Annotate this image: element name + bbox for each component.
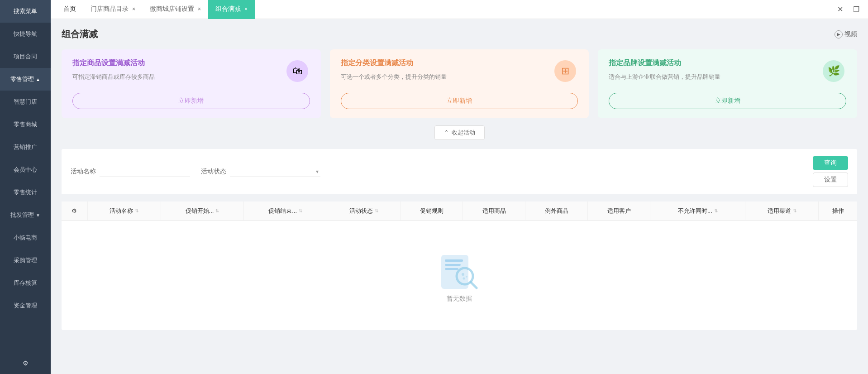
col-promo-rule: 促销规则 bbox=[401, 201, 463, 221]
filter-row: 活动名称 活动状态 进行中 已结束 未开始 ▾ 查询 设置 bbox=[62, 149, 857, 194]
main-area: 首页 门店商品目录 × 微商城店铺设置 × 组合满减 × ✕ ❐ 组合满减 ▶ … bbox=[51, 0, 868, 374]
card-desc-category: 可选一个或者多个分类，提升分类的销量 bbox=[341, 72, 578, 82]
tab-home[interactable]: 首页 bbox=[56, 0, 83, 19]
sort-icon: ⇅ bbox=[215, 208, 219, 213]
tab-wechat-shop[interactable]: 微商城店铺设置 × bbox=[143, 0, 208, 19]
sidebar-item-wholesale[interactable]: 批发管理 ▼ bbox=[0, 204, 51, 226]
card-icon-category: ⊞ bbox=[554, 60, 576, 82]
card-icon-brand: 🌿 bbox=[823, 60, 844, 82]
tab-close-icon[interactable]: × bbox=[244, 6, 248, 12]
card-desc-brand: 适合与上游企业联合做营销，提升品牌销量 bbox=[609, 72, 846, 82]
table-header: ⚙ 活动名称 ⇅ 促销开始... ⇅ bbox=[62, 201, 857, 221]
col-applicable-channel[interactable]: 适用渠道 ⇅ bbox=[745, 201, 819, 221]
card-desc-product: 可指定滞销商品或库存较多商品 bbox=[72, 72, 310, 82]
svg-line-5 bbox=[471, 282, 477, 288]
svg-point-7 bbox=[466, 276, 467, 278]
bag-icon: 🛍 bbox=[292, 65, 302, 77]
gear-icon: ⚙ bbox=[23, 360, 29, 367]
data-table-wrapper: ⚙ 活动名称 ⇅ 促销开始... ⇅ bbox=[62, 201, 857, 330]
tabs-bar: 首页 门店商品目录 × 微商城店铺设置 × 组合满减 × ✕ ❐ bbox=[51, 0, 868, 19]
sidebar-settings-button[interactable]: ⚙ bbox=[0, 352, 51, 374]
sidebar-item-retail-mall[interactable]: 零售商城 bbox=[0, 113, 51, 136]
sidebar-item-search[interactable]: 搜索菜单 bbox=[0, 0, 51, 23]
chevron-up-icon: ⌃ bbox=[444, 129, 449, 136]
svg-point-8 bbox=[463, 277, 465, 279]
sort-icon: ⇅ bbox=[375, 208, 378, 213]
sort-icon: ⇅ bbox=[714, 208, 718, 213]
chevron-up-icon: ▲ bbox=[36, 77, 40, 82]
sidebar-item-retail-stats[interactable]: 零售统计 bbox=[0, 181, 51, 204]
col-activity-name[interactable]: 活动名称 ⇅ bbox=[87, 201, 161, 221]
page-content: 组合满减 ▶ 视频 指定商品设置满减活动 🛍 可指定滞销商品或库存较多商品 立即… bbox=[51, 19, 868, 374]
sort-activity-name[interactable]: 活动名称 ⇅ bbox=[110, 207, 138, 215]
restore-window-button[interactable]: ❐ bbox=[850, 3, 863, 16]
video-link[interactable]: ▶ 视频 bbox=[835, 30, 857, 38]
svg-point-6 bbox=[462, 273, 464, 276]
tab-close-icon[interactable]: × bbox=[132, 6, 135, 12]
settings-icon: ⚙ bbox=[72, 207, 77, 214]
card-title-brand: 指定品牌设置满减活动 bbox=[609, 58, 846, 68]
sidebar-item-ecommerce[interactable]: 小畅电商 bbox=[0, 226, 51, 249]
svg-rect-2 bbox=[445, 264, 461, 266]
svg-rect-3 bbox=[445, 268, 458, 270]
empty-illustration bbox=[432, 248, 486, 293]
add-category-promo-button[interactable]: 立即新增 bbox=[341, 93, 578, 109]
play-icon: ▶ bbox=[835, 30, 843, 38]
query-button[interactable]: 查询 bbox=[813, 156, 848, 170]
table-body: 暂无数据 bbox=[62, 221, 857, 330]
sort-promo-start[interactable]: 促销开始... ⇅ bbox=[186, 207, 219, 215]
data-table: ⚙ 活动名称 ⇅ 促销开始... ⇅ bbox=[62, 201, 857, 330]
leaf-icon: 🌿 bbox=[828, 65, 840, 77]
tab-store-catalog[interactable]: 门店商品目录 × bbox=[83, 0, 143, 19]
sort-activity-status[interactable]: 活动状态 ⇅ bbox=[349, 207, 378, 215]
col-promo-start[interactable]: 促销开始... ⇅ bbox=[161, 201, 244, 221]
collapse-bar: ⌃ 收起活动 bbox=[62, 125, 857, 140]
promo-card-category: 指定分类设置满减活动 ⊞ 可选一个或者多个分类，提升分类的销量 立即新增 bbox=[330, 49, 589, 118]
sidebar-item-quicknav[interactable]: 快捷导航 bbox=[0, 23, 51, 45]
status-select-wrapper: 进行中 已结束 未开始 ▾ bbox=[230, 166, 320, 177]
close-window-button[interactable]: ✕ bbox=[834, 3, 846, 16]
promo-card-brand: 指定品牌设置满减活动 🌿 适合与上游企业联合做营销，提升品牌销量 立即新增 bbox=[598, 49, 857, 118]
sort-applicable-channel[interactable]: 适用渠道 ⇅ bbox=[768, 207, 796, 215]
sort-no-overlap[interactable]: 不允许同时... ⇅ bbox=[678, 207, 718, 215]
card-title-category: 指定分类设置满减活动 bbox=[341, 58, 578, 68]
col-operations: 操作 bbox=[819, 201, 857, 221]
col-activity-status[interactable]: 活动状态 ⇅ bbox=[327, 201, 401, 221]
grid-icon: ⊞ bbox=[561, 65, 569, 77]
setting-button[interactable]: 设置 bbox=[813, 173, 848, 187]
card-icon-product: 🛍 bbox=[286, 60, 308, 82]
sidebar-item-inventory[interactable]: 库存核算 bbox=[0, 272, 51, 294]
page-title: 组合满减 bbox=[62, 28, 98, 40]
col-promo-end[interactable]: 促销结束... ⇅ bbox=[244, 201, 327, 221]
tabs-controls: ✕ ❐ bbox=[834, 3, 863, 16]
filter-status-label: 活动状态 bbox=[201, 168, 226, 176]
collapse-activities-button[interactable]: ⌃ 收起活动 bbox=[434, 125, 485, 140]
col-no-overlap[interactable]: 不允许同时... ⇅ bbox=[650, 201, 745, 221]
empty-text: 暂无数据 bbox=[71, 295, 848, 303]
col-applicable-customer: 适用客户 bbox=[588, 201, 650, 221]
sidebar-item-marketing[interactable]: 营销推广 bbox=[0, 136, 51, 158]
sidebar-item-member[interactable]: 会员中心 bbox=[0, 158, 51, 181]
tab-combo-discount[interactable]: 组合满减 × bbox=[208, 0, 255, 19]
sidebar-item-contract[interactable]: 项目合同 bbox=[0, 45, 51, 68]
col-settings[interactable]: ⚙ bbox=[62, 201, 87, 221]
sort-promo-end[interactable]: 促销结束... ⇅ bbox=[268, 207, 302, 215]
add-product-promo-button[interactable]: 立即新增 bbox=[72, 93, 310, 109]
add-brand-promo-button[interactable]: 立即新增 bbox=[609, 93, 846, 109]
tab-close-icon[interactable]: × bbox=[198, 6, 201, 12]
activity-name-input[interactable] bbox=[100, 166, 190, 177]
sidebar: 搜索菜单 快捷导航 项目合同 零售管理 ▲ 智慧门店 零售商城 营销推广 会员中… bbox=[0, 0, 51, 374]
sidebar-item-smart-store[interactable]: 智慧门店 bbox=[0, 91, 51, 113]
filter-buttons: 查询 设置 bbox=[813, 156, 848, 187]
sidebar-item-retail[interactable]: 零售管理 ▲ bbox=[0, 68, 51, 91]
sidebar-item-finance[interactable]: 资金管理 bbox=[0, 294, 51, 317]
sidebar-item-purchase[interactable]: 采购管理 bbox=[0, 249, 51, 272]
promo-cards: 指定商品设置满减活动 🛍 可指定滞销商品或库存较多商品 立即新增 指定分类设置满… bbox=[62, 49, 857, 118]
filter-status: 活动状态 进行中 已结束 未开始 ▾ bbox=[201, 166, 320, 177]
filter-name-label: 活动名称 bbox=[71, 168, 96, 176]
card-title-product: 指定商品设置满减活动 bbox=[72, 58, 310, 68]
sort-icon: ⇅ bbox=[299, 208, 302, 213]
activity-status-select[interactable]: 进行中 已结束 未开始 bbox=[230, 166, 320, 177]
sort-icon: ⇅ bbox=[135, 208, 138, 213]
empty-state: 暂无数据 bbox=[62, 221, 857, 330]
